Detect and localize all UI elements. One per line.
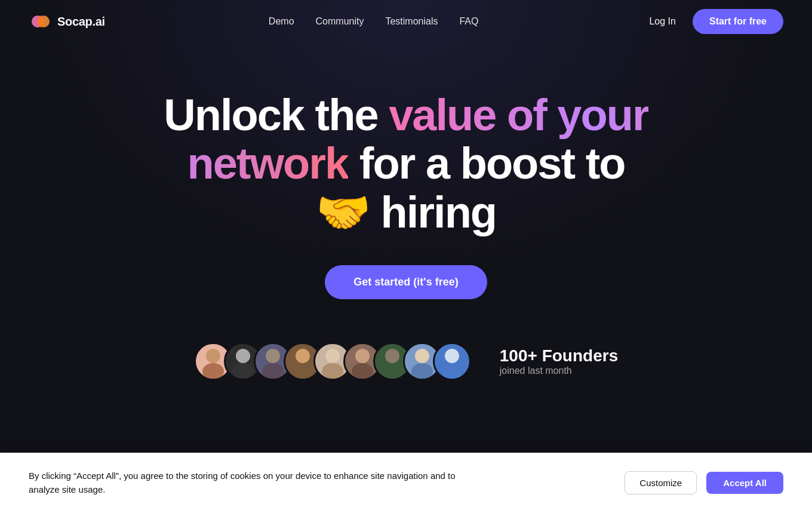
svg-point-16 — [382, 363, 403, 379]
avatars-row — [194, 342, 471, 380]
cookie-actions: Customize Accept All — [625, 471, 783, 494]
customize-button[interactable]: Customize — [625, 471, 697, 494]
svg-point-18 — [411, 363, 433, 379]
svg-point-9 — [296, 349, 310, 363]
hero-content: Unlock the value of yournetwork for a bo… — [164, 91, 648, 380]
svg-point-8 — [262, 363, 284, 379]
svg-point-3 — [206, 349, 220, 363]
logo-text: Socap.ai — [57, 15, 105, 29]
headline-part1: Unlock the — [164, 90, 389, 140]
logo[interactable]: Socap.ai — [29, 10, 105, 33]
svg-point-19 — [445, 349, 459, 363]
accept-all-button[interactable]: Accept All — [706, 472, 783, 494]
headline-part3: hiring — [370, 188, 496, 237]
svg-point-2 — [38, 16, 44, 27]
svg-point-20 — [441, 363, 463, 379]
svg-point-6 — [232, 363, 254, 379]
nav-demo[interactable]: Demo — [269, 16, 294, 27]
svg-point-7 — [266, 349, 280, 363]
svg-point-14 — [352, 363, 373, 379]
nav-testimonials[interactable]: Testimonials — [385, 16, 438, 27]
hero-section: Unlock the value of yournetwork for a bo… — [0, 43, 812, 416]
social-proof: 100+ Founders joined last month — [165, 342, 647, 380]
founders-subtitle: joined last month — [500, 365, 618, 376]
svg-point-11 — [325, 349, 340, 363]
hero-headline: Unlock the value of yournetwork for a bo… — [164, 91, 648, 236]
headline-emoji: 🤝 — [316, 188, 370, 236]
founders-count: 100+ Founders — [500, 346, 618, 365]
svg-point-5 — [236, 349, 250, 363]
nav-faq[interactable]: FAQ — [459, 16, 478, 27]
svg-point-13 — [355, 349, 370, 363]
cookie-text: By clicking “Accept All”, you agree to t… — [29, 469, 482, 496]
nav-community[interactable]: Community — [316, 16, 364, 27]
cookie-banner: By clicking “Accept All”, you agree to t… — [0, 453, 812, 513]
navbar: Socap.ai Demo Community Testimonials FAQ… — [0, 0, 812, 43]
founders-text: 100+ Founders joined last month — [500, 346, 618, 376]
avatar-9 — [433, 342, 471, 380]
nav-actions: Log In Start for free — [642, 9, 783, 34]
headline-part2: for a boost to — [348, 139, 625, 188]
svg-point-15 — [385, 349, 399, 363]
nav-links: Demo Community Testimonials FAQ — [269, 16, 479, 27]
start-button[interactable]: Start for free — [693, 9, 783, 34]
svg-point-4 — [202, 363, 224, 379]
login-button[interactable]: Log In — [642, 11, 682, 32]
cta-button[interactable]: Get started (it's free) — [325, 265, 487, 299]
svg-point-17 — [415, 349, 429, 363]
svg-point-10 — [292, 363, 313, 379]
svg-point-12 — [322, 363, 343, 379]
logo-icon — [29, 10, 53, 33]
